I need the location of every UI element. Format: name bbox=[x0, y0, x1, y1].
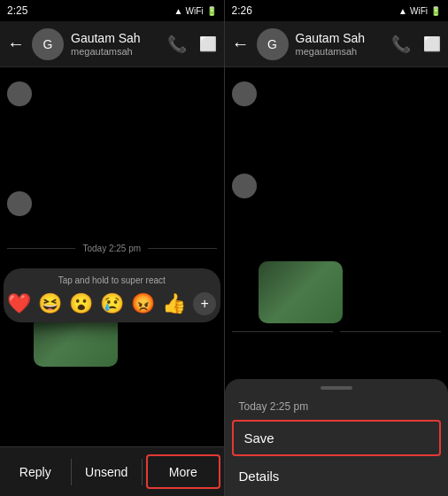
status-bar-left: 2:25 ▲ WiFi 🔋 bbox=[0, 0, 224, 21]
message-2-right bbox=[232, 174, 257, 198]
avatar-left: G bbox=[32, 28, 64, 60]
back-button-right[interactable]: ← bbox=[232, 34, 250, 54]
details-label: Details bbox=[239, 469, 280, 484]
message-1-right bbox=[232, 81, 257, 106]
call-icon-left[interactable]: 📞 bbox=[167, 35, 187, 54]
contact-info-right: Gautam Sah megautamsah bbox=[296, 31, 392, 57]
photo-message-right bbox=[259, 261, 343, 323]
tap-hold-text: Tap and hold to super react bbox=[58, 275, 166, 285]
back-button-left[interactable]: ← bbox=[7, 34, 25, 54]
video-icon-left[interactable]: ⬜ bbox=[199, 35, 217, 52]
date-divider-right bbox=[232, 331, 442, 332]
avatar-bubble-2-left bbox=[7, 191, 32, 216]
contact-name-right: Gautam Sah bbox=[296, 31, 392, 46]
top-icons-right: 📞 ⬜ bbox=[391, 35, 441, 54]
emoji-row: ❤️ 😆 😮 😢 😡 👍 + bbox=[7, 292, 216, 315]
video-icon-right[interactable]: ⬜ bbox=[423, 35, 441, 52]
reaction-popup: Tap and hold to super react ❤️ 😆 😮 😢 😡 👍… bbox=[4, 268, 220, 322]
right-screen: 2:26 ▲ WiFi 🔋 ← G Gautam Sah megautamsah… bbox=[225, 0, 449, 496]
sheet-handle bbox=[321, 386, 352, 390]
divider-line-right-2 bbox=[340, 331, 441, 332]
signal-icon-right: ▲ bbox=[398, 6, 407, 16]
emoji-plus-button[interactable]: + bbox=[193, 292, 216, 315]
more-button[interactable]: More bbox=[146, 454, 220, 489]
call-icon-right[interactable]: 📞 bbox=[391, 35, 411, 54]
status-time-left: 2:25 bbox=[7, 4, 27, 17]
emoji-sad[interactable]: 😢 bbox=[100, 292, 124, 315]
chat-area-left: Today 2:25 pm Tap and hold to super reac… bbox=[0, 67, 224, 446]
contact-name-left: Gautam Sah bbox=[71, 31, 167, 46]
status-icons-right: ▲ WiFi 🔋 bbox=[398, 6, 441, 16]
avatar-bubble-1-right bbox=[232, 81, 257, 106]
reply-button[interactable]: Reply bbox=[0, 447, 71, 496]
signal-icon: ▲ bbox=[174, 6, 183, 16]
sheet-date: Today 2:25 pm bbox=[225, 397, 449, 420]
left-screen: 2:25 ▲ WiFi 🔋 ← G Gautam Sah megautamsah… bbox=[0, 0, 224, 496]
divider-line-left-2 bbox=[148, 248, 216, 249]
message-2-left bbox=[7, 191, 32, 216]
save-item[interactable]: Save bbox=[232, 420, 442, 456]
status-icons-left: ▲ WiFi 🔋 bbox=[174, 6, 217, 16]
avatar-bubble-1-left bbox=[7, 81, 32, 106]
details-item[interactable]: Details bbox=[225, 456, 449, 496]
chat-area-right: Today 2:25 pm Save Details bbox=[225, 67, 449, 496]
top-bar-right: ← G Gautam Sah megautamsah 📞 ⬜ bbox=[225, 21, 449, 67]
contact-username-left: megautamsah bbox=[71, 46, 167, 57]
top-bar-left: ← G Gautam Sah megautamsah 📞 ⬜ bbox=[0, 21, 224, 67]
emoji-heart[interactable]: ❤️ bbox=[7, 292, 31, 315]
status-time-right: 2:26 bbox=[232, 4, 252, 17]
save-label: Save bbox=[244, 430, 274, 446]
unsend-button[interactable]: Unsend bbox=[72, 447, 143, 496]
emoji-angry[interactable]: 😡 bbox=[131, 292, 155, 315]
bottom-action-bar: Reply Unsend More bbox=[0, 446, 224, 496]
emoji-wow[interactable]: 😮 bbox=[69, 292, 93, 315]
contact-username-right: megautamsah bbox=[296, 46, 392, 57]
wifi-icon: WiFi bbox=[186, 6, 204, 16]
divider-line-left-1 bbox=[7, 248, 75, 249]
date-divider-left: Today 2:25 pm bbox=[7, 244, 217, 253]
divider-line-right-1 bbox=[232, 331, 333, 332]
avatar-right: G bbox=[257, 28, 289, 60]
action-divider-2 bbox=[142, 459, 143, 485]
emoji-laugh[interactable]: 😆 bbox=[38, 292, 62, 315]
bottom-sheet: Today 2:25 pm Save Details bbox=[225, 379, 449, 496]
emoji-thumbsup[interactable]: 👍 bbox=[162, 292, 186, 315]
top-icons-left: 📞 ⬜ bbox=[167, 35, 217, 54]
wifi-icon-right: WiFi bbox=[410, 6, 428, 16]
message-1-left bbox=[7, 81, 32, 106]
contact-info-left: Gautam Sah megautamsah bbox=[71, 31, 167, 57]
status-bar-right: 2:26 ▲ WiFi 🔋 bbox=[225, 0, 449, 21]
date-text-left: Today 2:25 pm bbox=[82, 244, 141, 253]
avatar-bubble-2-right bbox=[232, 174, 257, 198]
battery-icon-right: 🔋 bbox=[430, 6, 441, 16]
battery-icon: 🔋 bbox=[206, 6, 217, 16]
